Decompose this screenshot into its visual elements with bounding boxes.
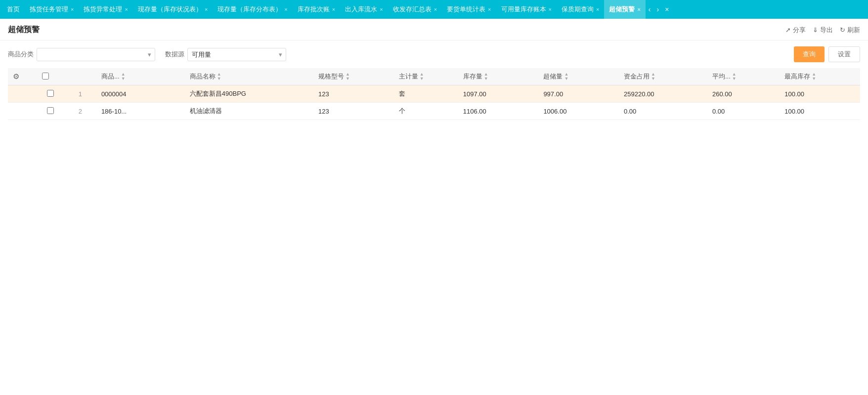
nav-available-ledger[interactable]: 可用量库存账本 × — [496, 0, 557, 19]
table-container: ⚙ 商品... ▲▼ 商品名称 — [0, 68, 868, 120]
row-over: 997.00 — [538, 85, 619, 103]
category-label: 商品分类 — [8, 50, 34, 59]
refresh-button[interactable]: ↻ 刷新 — [840, 26, 860, 35]
th-checkbox — [37, 68, 64, 85]
th-spec[interactable]: 规格型号 ▲▼ — [313, 68, 394, 85]
nav-batch-account[interactable]: 库存批次账 × — [293, 0, 340, 19]
row-sku: 0000004 — [96, 85, 185, 103]
th-avg[interactable]: 平均... ▲▼ — [707, 68, 780, 85]
top-navigation: 首页 拣货任务管理 × 拣货异常处理 × 现存量（库存状况表） × 现存量（库存… — [0, 0, 868, 19]
row-checkbox-0[interactable] — [47, 90, 54, 97]
close-overstock[interactable]: × — [637, 6, 640, 12]
th-gear: ⚙ — [8, 68, 37, 85]
nav-inventory-status[interactable]: 现存量（库存状况表） × — [133, 0, 213, 19]
data-table: ⚙ 商品... ▲▼ 商品名称 — [8, 68, 860, 120]
page-header: 超储预警 ➚ 分享 ⇓ 导出 ↻ 刷新 — [0, 19, 868, 40]
sort-capital-icon[interactable]: ▲▼ — [651, 72, 655, 81]
query-button[interactable]: 查询 — [794, 46, 825, 62]
row-number: 2 — [64, 103, 96, 120]
th-capital[interactable]: 资金占用 ▲▼ — [619, 68, 707, 85]
row-max-stock: 100.00 — [780, 85, 860, 103]
row-stock: 1106.00 — [458, 103, 539, 120]
close-summary[interactable]: × — [434, 6, 437, 12]
select-all-checkbox[interactable] — [42, 73, 49, 79]
close-task-mgmt[interactable]: × — [71, 6, 74, 12]
row-capital: 259220.00 — [619, 85, 707, 103]
close-batch[interactable]: × — [332, 6, 335, 12]
filter-btn-group: 查询 设置 — [794, 46, 860, 62]
sort-over-icon[interactable]: ▲▼ — [564, 72, 568, 81]
nav-exception-handling[interactable]: 拣货异常处理 × — [79, 0, 132, 19]
filter-row: 商品分类 数据源 可用量 库存量 查询 设置 — [0, 40, 868, 68]
sort-name-icon[interactable]: ▲▼ — [217, 72, 221, 81]
page-title: 超储预警 — [8, 25, 40, 35]
table-row[interactable]: 2 186-10... 机油滤清器 123 个 1106.00 1006.00 … — [8, 103, 860, 120]
refresh-icon: ↻ — [840, 26, 845, 34]
row-unit: 套 — [394, 85, 458, 103]
nav-overstock-alert[interactable]: 超储预警 × — [604, 0, 645, 19]
row-unit: 个 — [394, 103, 458, 120]
close-inventory-status[interactable]: × — [205, 6, 208, 12]
close-inventory-dist[interactable]: × — [284, 6, 287, 12]
row-name: 机油滤清器 — [185, 103, 313, 120]
th-name[interactable]: 商品名称 ▲▼ — [185, 68, 313, 85]
close-exception[interactable]: × — [125, 6, 128, 12]
sort-stock-icon[interactable]: ▲▼ — [484, 72, 488, 81]
category-filter: 商品分类 — [8, 48, 155, 61]
settings-button[interactable]: 设置 — [828, 46, 860, 62]
th-stock[interactable]: 库存量 ▲▼ — [458, 68, 539, 85]
row-checkbox-1[interactable] — [47, 107, 54, 114]
close-shelf[interactable]: × — [596, 6, 599, 12]
row-number: 1 — [64, 85, 96, 103]
sort-unit-icon[interactable]: ▲▼ — [420, 72, 424, 81]
row-gear-cell — [8, 85, 37, 103]
row-max-stock: 100.00 — [780, 103, 860, 120]
row-spec: 123 — [313, 85, 394, 103]
row-checkbox-cell[interactable] — [37, 85, 64, 103]
table-header-row: ⚙ 商品... ▲▼ 商品名称 — [8, 68, 860, 85]
export-button[interactable]: ⇓ 导出 — [813, 26, 833, 35]
sort-sku-icon[interactable]: ▲▼ — [121, 72, 126, 81]
th-over[interactable]: 超储量 ▲▼ — [538, 68, 619, 85]
row-gear-cell — [8, 103, 37, 120]
th-sku[interactable]: 商品... ▲▼ — [96, 68, 185, 85]
gear-icon[interactable]: ⚙ — [13, 72, 19, 80]
row-checkbox-cell[interactable] — [37, 103, 64, 120]
th-unit[interactable]: 主计量 ▲▼ — [394, 68, 458, 85]
share-button[interactable]: ➚ 分享 — [785, 26, 806, 35]
close-flow[interactable]: × — [380, 6, 383, 12]
th-num — [64, 68, 96, 85]
nav-summary[interactable]: 收发存汇总表 × — [388, 0, 442, 19]
nav-prev-arrow[interactable]: ‹ — [646, 0, 654, 19]
row-sku: 186-10... — [96, 103, 185, 120]
nav-inventory-dist[interactable]: 现存量（库存分布表） × — [213, 0, 292, 19]
category-select[interactable] — [37, 48, 155, 61]
datasource-label: 数据源 — [165, 50, 184, 59]
nav-more-arrow[interactable]: × — [662, 0, 672, 19]
row-spec: 123 — [313, 103, 394, 120]
row-capital: 0.00 — [619, 103, 707, 120]
datasource-select[interactable]: 可用量 库存量 — [187, 48, 286, 61]
category-select-wrapper — [37, 48, 155, 61]
row-avg: 0.00 — [707, 103, 780, 120]
nav-shelf-life[interactable]: 保质期查询 × — [557, 0, 604, 19]
nav-task-mgmt[interactable]: 拣货任务管理 × — [25, 0, 79, 19]
nav-demand-stats[interactable]: 要货单统计表 × — [442, 0, 496, 19]
table-body: 1 0000004 六配套新昌490BPG 123 套 1097.00 997.… — [8, 85, 860, 120]
sort-avg-icon[interactable]: ▲▼ — [732, 72, 737, 81]
nav-home[interactable]: 首页 — [2, 0, 25, 19]
close-demand[interactable]: × — [488, 6, 491, 12]
row-stock: 1097.00 — [458, 85, 539, 103]
datasource-filter: 数据源 可用量 库存量 — [165, 48, 286, 61]
table-row[interactable]: 1 0000004 六配套新昌490BPG 123 套 1097.00 997.… — [8, 85, 860, 103]
row-name: 六配套新昌490BPG — [185, 85, 313, 103]
sort-spec-icon[interactable]: ▲▼ — [346, 72, 350, 81]
nav-next-arrow[interactable]: › — [653, 0, 662, 19]
th-max-stock[interactable]: 最高库存 ▲▼ — [780, 68, 860, 85]
nav-flow[interactable]: 出入库流水 × — [340, 0, 388, 19]
close-ledger[interactable]: × — [549, 6, 552, 12]
share-icon: ➚ — [785, 26, 791, 34]
sort-max-icon[interactable]: ▲▼ — [812, 72, 816, 81]
row-over: 1006.00 — [538, 103, 619, 120]
export-icon: ⇓ — [813, 26, 818, 34]
